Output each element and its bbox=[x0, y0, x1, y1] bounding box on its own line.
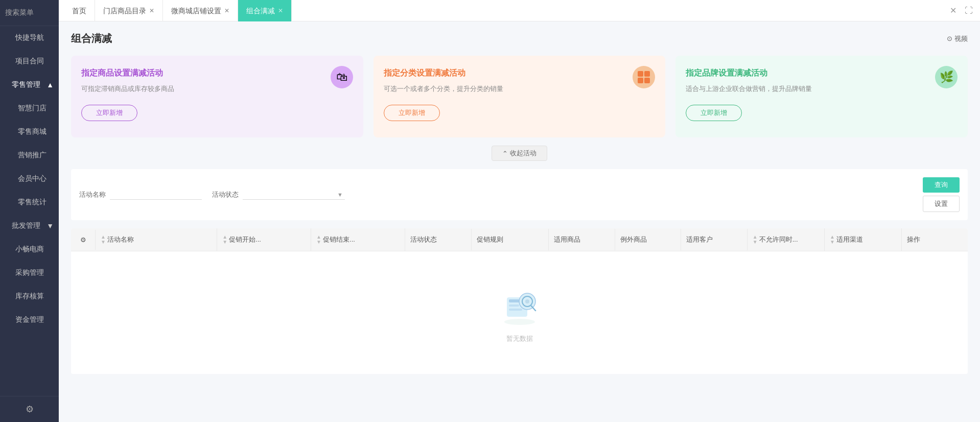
th-sort-icon[interactable]: ▲▼ bbox=[316, 235, 321, 245]
th-name: ▲▼ 活动名称 bbox=[96, 228, 217, 251]
tab-combo-discount[interactable]: 组合满减 ✕ bbox=[238, 0, 292, 21]
filter-status-wrapper: ▼ bbox=[243, 190, 345, 200]
card-brand-icon: 🌿 bbox=[935, 66, 958, 88]
sidebar-item-wholesale-mgmt[interactable]: 批发管理 ▼ bbox=[0, 214, 59, 238]
svg-rect-8 bbox=[509, 309, 522, 311]
tab-bar-controls: ✕ ⛶ bbox=[948, 6, 975, 15]
filter-name-input[interactable] bbox=[110, 190, 202, 200]
tab-wechat-settings[interactable]: 微商城店铺设置 ✕ bbox=[163, 0, 238, 21]
settings-button[interactable]: 设置 bbox=[923, 196, 960, 212]
svg-point-4 bbox=[504, 319, 535, 325]
svg-rect-7 bbox=[509, 304, 519, 307]
sidebar-item-smart-store[interactable]: 智慧门店 bbox=[0, 97, 59, 120]
th-gear[interactable]: ⚙ bbox=[71, 230, 96, 250]
card-category-desc: 可选一个或者多个分类，提升分类的销量 bbox=[384, 84, 656, 95]
sidebar: 搜索菜单 快捷导航 项目合同 零售管理 ▲ 智慧门店 零售商城 营销推广 会员中… bbox=[0, 0, 59, 422]
page-title: 组合满减 bbox=[71, 32, 112, 45]
sidebar-item-retail-mgmt[interactable]: 零售管理 ▲ bbox=[0, 73, 59, 97]
empty-text: 暂无数据 bbox=[506, 334, 533, 343]
collapse-activities-btn[interactable]: ⌃ 收起活动 bbox=[492, 146, 547, 161]
tab-close-store-catalog[interactable]: ✕ bbox=[149, 0, 154, 21]
activity-card-goods: 🛍 指定商品设置满减活动 可指定滞销商品或库存较多商品 立即新增 bbox=[71, 56, 363, 137]
tab-bar: 首页 门店商品目录 ✕ 微商城店铺设置 ✕ 组合满减 ✕ ✕ ⛶ bbox=[59, 0, 980, 21]
settings-icon[interactable]: ⚙ bbox=[26, 404, 34, 415]
card-brand-add-btn[interactable]: 立即新增 bbox=[686, 105, 742, 121]
th-rule: 促销规则 bbox=[472, 229, 549, 250]
th-status: 活动状态 bbox=[405, 229, 472, 250]
sidebar-item-capital-mgmt[interactable]: 资金管理 bbox=[0, 308, 59, 332]
page-content: 组合满减 ⊙ 视频 🛍 指定商品设置满减活动 可指定滞销商品或库存较多商品 立即… bbox=[59, 21, 980, 422]
card-category-title: 指定分类设置满减活动 bbox=[384, 68, 656, 79]
card-goods-title: 指定商品设置满减活动 bbox=[81, 68, 353, 79]
filter-name-item: 活动名称 bbox=[79, 190, 202, 200]
th-channel: ▲▼ 适用渠道 bbox=[825, 228, 902, 251]
th-except: 例外商品 bbox=[615, 229, 682, 250]
th-start: ▲▼ 促销开始... bbox=[217, 228, 311, 251]
play-icon: ⊙ bbox=[947, 35, 952, 42]
tab-home[interactable]: 首页 bbox=[64, 0, 95, 21]
th-sort-icon[interactable]: ▲▼ bbox=[222, 235, 227, 245]
table-header: ⚙ ▲▼ 活动名称 ▲▼ 促销开始... ▲▼ 促销结束... 活动状态 bbox=[71, 228, 968, 251]
th-sort-icon[interactable]: ▲▼ bbox=[753, 235, 758, 245]
th-action: 操作 bbox=[902, 229, 968, 250]
gear-icon: ⚙ bbox=[80, 236, 86, 244]
sidebar-item-marketing[interactable]: 营销推广 bbox=[0, 144, 59, 167]
sidebar-item-purchase-mgmt[interactable]: 采购管理 bbox=[0, 261, 59, 285]
sidebar-item-xiaochangec[interactable]: 小畅电商 bbox=[0, 238, 59, 261]
svg-rect-3 bbox=[644, 78, 650, 83]
tab-close-wechat-settings[interactable]: ✕ bbox=[224, 0, 229, 21]
sidebar-item-retail-stats[interactable]: 零售统计 bbox=[0, 191, 59, 214]
activity-cards: 🛍 指定商品设置满减活动 可指定滞销商品或库存较多商品 立即新增 指定分类设置满… bbox=[71, 56, 968, 137]
th-goods: 适用商品 bbox=[549, 229, 615, 250]
filter-bar: 活动名称 活动状态 ▼ 查询 设置 bbox=[71, 169, 968, 220]
card-goods-icon: 🛍 bbox=[331, 66, 353, 88]
card-brand-title: 指定品牌设置满减活动 bbox=[686, 68, 958, 79]
sidebar-item-inventory-calc[interactable]: 库存核算 bbox=[0, 285, 59, 308]
svg-rect-2 bbox=[638, 78, 643, 83]
svg-rect-0 bbox=[638, 71, 643, 77]
card-goods-add-btn[interactable]: 立即新增 bbox=[81, 105, 137, 121]
svg-point-12 bbox=[525, 299, 529, 303]
activity-card-brand: 🌿 指定品牌设置满减活动 适合与上游企业联合做营销，提升品牌销量 立即新增 bbox=[675, 56, 968, 137]
sidebar-item-member-center[interactable]: 会员中心 bbox=[0, 167, 59, 191]
th-sort-icon[interactable]: ▲▼ bbox=[101, 235, 106, 245]
collapse-bar: ⌃ 收起活动 bbox=[71, 146, 968, 161]
empty-illustration bbox=[497, 282, 543, 328]
sidebar-footer: ⚙ bbox=[0, 396, 59, 422]
chevron-up-icon: ▲ bbox=[46, 81, 54, 89]
main-area: 首页 门店商品目录 ✕ 微商城店铺设置 ✕ 组合满减 ✕ ✕ ⛶ 组合满减 ⊙ … bbox=[59, 0, 980, 422]
th-end: ▲▼ 促销结束... bbox=[311, 228, 405, 251]
data-table: ⚙ ▲▼ 活动名称 ▲▼ 促销开始... ▲▼ 促销结束... 活动状态 bbox=[71, 228, 968, 374]
page-header: 组合满减 ⊙ 视频 bbox=[71, 32, 968, 45]
sidebar-item-project-contract[interactable]: 项目合同 bbox=[0, 50, 59, 73]
sidebar-search[interactable]: 搜索菜单 bbox=[0, 0, 59, 26]
tab-close-combo-discount[interactable]: ✕ bbox=[278, 0, 283, 21]
svg-rect-1 bbox=[644, 71, 650, 77]
th-sort-icon[interactable]: ▲▼ bbox=[830, 235, 835, 245]
card-category-add-btn[interactable]: 立即新增 bbox=[384, 105, 440, 121]
filter-name-label: 活动名称 bbox=[79, 190, 106, 199]
query-button[interactable]: 查询 bbox=[923, 177, 960, 193]
filter-buttons: 查询 设置 bbox=[923, 177, 960, 212]
window-maximize-btn[interactable]: ⛶ bbox=[963, 6, 975, 15]
tab-store-catalog[interactable]: 门店商品目录 ✕ bbox=[95, 0, 163, 21]
window-close-btn[interactable]: ✕ bbox=[948, 6, 959, 15]
th-notallow: ▲▼ 不允许同时... bbox=[748, 228, 825, 251]
sidebar-item-quick-nav[interactable]: 快捷导航 bbox=[0, 26, 59, 50]
card-goods-desc: 可指定滞销商品或库存较多商品 bbox=[81, 84, 353, 95]
filter-status-select[interactable] bbox=[243, 190, 345, 200]
video-link[interactable]: ⊙ 视频 bbox=[947, 34, 968, 43]
chevron-down-icon: ▼ bbox=[46, 222, 54, 230]
filter-status-item: 活动状态 ▼ bbox=[212, 190, 345, 200]
filter-status-label: 活动状态 bbox=[212, 190, 239, 199]
card-brand-desc: 适合与上游企业联合做营销，提升品牌销量 bbox=[686, 84, 958, 95]
empty-state: 暂无数据 bbox=[71, 251, 968, 374]
activity-card-category: 指定分类设置满减活动 可选一个或者多个分类，提升分类的销量 立即新增 bbox=[374, 56, 666, 137]
th-customer: 适用客户 bbox=[681, 229, 748, 250]
sidebar-item-retail-mall[interactable]: 零售商城 bbox=[0, 120, 59, 144]
collapse-icon: ⌃ bbox=[502, 150, 508, 157]
